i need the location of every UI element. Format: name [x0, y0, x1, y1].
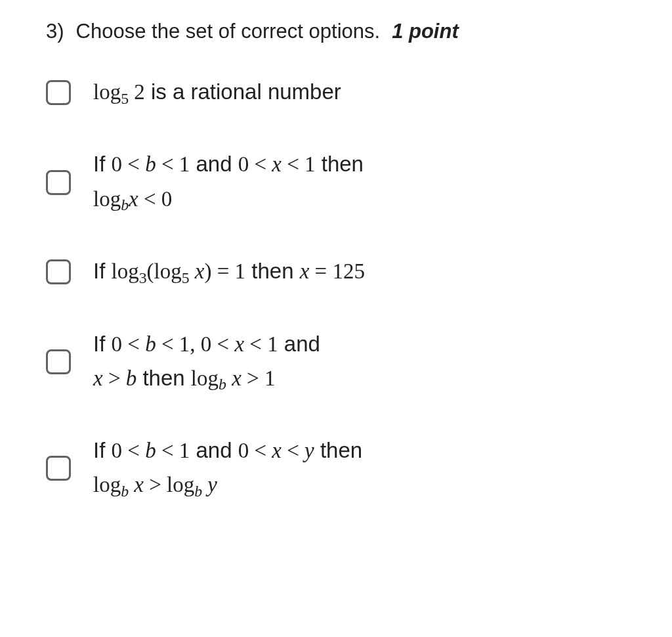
question-header: 3) Choose the set of correct options. 1 … [46, 20, 626, 43]
question-number: 3) [46, 20, 64, 43]
question-prompt: Choose the set of correct options. [76, 20, 381, 43]
option-3: If log3(log5 x) = 1 then x = 125 [46, 254, 626, 290]
checkbox-2[interactable] [46, 170, 71, 195]
option-2: If 0 < b < 1 and 0 < x < 1 then logbx < … [46, 147, 626, 217]
option-4: If 0 < b < 1, 0 < x < 1 and x > b then l… [46, 327, 626, 397]
checkbox-5[interactable] [46, 456, 71, 481]
option-2-text: If 0 < b < 1 and 0 < x < 1 then logbx < … [93, 147, 364, 217]
question-points: 1 point [392, 20, 459, 43]
option-5: If 0 < b < 1 and 0 < x < y then logb x >… [46, 433, 626, 504]
option-3-text: If log3(log5 x) = 1 then x = 125 [93, 254, 365, 290]
option-4-text: If 0 < b < 1, 0 < x < 1 and x > b then l… [93, 327, 320, 397]
option-5-text: If 0 < b < 1 and 0 < x < y then logb x >… [93, 433, 362, 504]
option-1-text: log5 2 is a rational number [93, 75, 341, 110]
option-1: log5 2 is a rational number [46, 75, 626, 110]
checkbox-3[interactable] [46, 259, 71, 284]
checkbox-4[interactable] [46, 349, 71, 374]
checkbox-1[interactable] [46, 80, 71, 105]
